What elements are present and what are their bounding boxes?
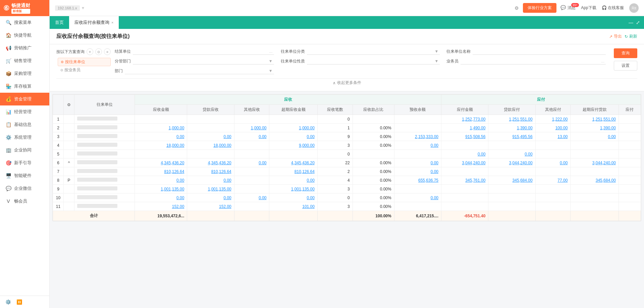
tab-close-icon[interactable]: × xyxy=(111,20,113,25)
tab-home[interactable]: 首页 xyxy=(50,16,69,29)
cell-贷款应收[interactable]: 4,345,436.20 xyxy=(187,159,234,167)
cell-超期应收金额[interactable]: 4,345,436.20 xyxy=(269,159,317,167)
cell-预收余额[interactable]: 0.00 xyxy=(394,193,441,202)
cell-贷款应收[interactable]: 18,000.00 xyxy=(187,141,234,150)
cell-应付金额[interactable]: 915,508.56 xyxy=(441,132,488,141)
sidebar-item-marketing[interactable]: 📢营销推广 xyxy=(0,42,49,54)
cell-预收余额[interactable]: 2,153,333.00 xyxy=(394,132,441,141)
settings-icon[interactable]: ⚙️ xyxy=(5,299,11,305)
cell-应收金额[interactable]: 1,001,135.00 xyxy=(135,185,187,193)
cell-应收金额[interactable]: 152.00 xyxy=(135,202,187,211)
cell-贷款应付[interactable]: 915,495.56 xyxy=(488,132,535,141)
wanglai-name-input[interactable] xyxy=(473,48,606,55)
cell-其他应收[interactable]: 0.00 xyxy=(234,132,269,141)
filter-dot-button[interactable]: ⊙ xyxy=(95,48,102,55)
cell-应收金额[interactable]: 810,126.64 xyxy=(135,167,187,176)
sidebar-label-finance: 资金管理 xyxy=(14,96,32,102)
sidebar-item-basic[interactable]: 📋基础信息 xyxy=(0,118,49,131)
cell-预收余额[interactable]: 0.00 xyxy=(394,159,441,167)
cell-贷款应付[interactable]: 3,044,240.00 xyxy=(488,159,535,167)
sidebar-item-hardware[interactable]: 🖥️智能硬件 xyxy=(0,169,49,182)
bumon-arrow[interactable]: ▼ xyxy=(269,69,273,73)
cell-贷款应收[interactable]: 0.00 xyxy=(187,176,234,185)
filter-nav-button[interactable]: « xyxy=(104,48,111,55)
cell-超期应付货款[interactable]: 345,684.00 xyxy=(571,176,619,185)
cell-超期应收金额[interactable]: 9,000.00 xyxy=(269,141,317,150)
collapse-button[interactable]: ∧ 收起更多条件 xyxy=(56,78,637,87)
sidebar-item-sales[interactable]: 🛒销售管理 xyxy=(0,54,49,67)
cell-应付金额[interactable]: 1,490.00 xyxy=(441,124,488,132)
cell-其他应付[interactable]: 1,222.00 xyxy=(535,115,571,124)
cell-贷款应付[interactable]: 345,684.00 xyxy=(488,176,535,185)
cell-贷款应收[interactable]: 0.00 xyxy=(187,132,234,141)
filter-option-salesperson[interactable]: ⊙ 按业务员 xyxy=(58,66,111,74)
cell-其他应收[interactable]: 0.00 xyxy=(234,159,269,167)
cell-应付金额[interactable]: 3,044,240.00 xyxy=(441,159,488,167)
refresh-button[interactable]: ↻ 刷新 xyxy=(625,34,637,39)
cell-超期应收金额[interactable]: 0.00 xyxy=(269,193,317,202)
cell-贷款应付[interactable]: 0.00 xyxy=(488,150,535,159)
cell-超期应收金额[interactable]: 101.00 xyxy=(269,202,317,211)
set-button[interactable]: 设置 xyxy=(614,61,637,71)
cell-其他应付[interactable]: 13.00 xyxy=(535,132,571,141)
sidebar-item-vip[interactable]: V畅会员 xyxy=(0,195,49,208)
sidebar-item-inventory[interactable]: 🏪库存核算 xyxy=(0,80,49,93)
tab-minimize-icon[interactable]: — xyxy=(629,20,633,25)
export-button[interactable]: ↗ 导出 xyxy=(609,34,622,39)
cell-超期应付货款[interactable]: 1,390.00 xyxy=(571,124,619,132)
sidebar-item-system[interactable]: ⚙️系统管理 xyxy=(0,131,49,144)
cell-应收金额[interactable]: 0.00 xyxy=(135,176,187,185)
sidebar-item-guide[interactable]: 🎯新手引导 xyxy=(0,157,49,169)
cell-超期应收金额[interactable]: 0.00 xyxy=(269,132,317,141)
sidebar-item-quicknav[interactable]: 🏠快捷导航 xyxy=(0,29,49,42)
cell-应收金额[interactable]: 0.00 xyxy=(135,132,187,141)
tab-maximize-icon[interactable]: ⤢ xyxy=(636,20,640,25)
cell-其他应付[interactable]: 0.00 xyxy=(535,159,571,167)
cell-预收余额[interactable]: 655,636.75 xyxy=(394,176,441,185)
cell-应付金额[interactable]: 1,252,773.00 xyxy=(441,115,488,124)
cell-贷款应收[interactable]: 1,001,135.00 xyxy=(187,185,234,193)
cell-其他应收[interactable]: 1,000.00 xyxy=(234,124,269,132)
sidebar-item-finance[interactable]: 💰资金管理 xyxy=(0,93,49,105)
col-settings[interactable]: ⚙ xyxy=(64,95,74,115)
cell-贷款应收[interactable]: 0.00 xyxy=(187,193,234,202)
cell-超期应收金额[interactable]: 0.00 xyxy=(269,176,317,185)
cell-超期应付货款[interactable]: 3,044,240.00 xyxy=(571,159,619,167)
cell-应付金额[interactable]: 0.00 xyxy=(441,150,488,159)
collapse-icon[interactable]: ⏸️ xyxy=(16,299,22,305)
cell-超期应收金额[interactable]: 1,000.00 xyxy=(269,124,317,132)
wanglai-fenlei-arrow[interactable]: ▼ xyxy=(434,49,438,54)
cell-贷款应收[interactable]: 152.00 xyxy=(187,202,234,211)
cell-贷款应收[interactable]: 810,126.64 xyxy=(187,167,234,176)
sidebar-item-search[interactable]: 🔍搜索菜单 xyxy=(0,16,49,29)
cell-其他应付[interactable]: 100.00 xyxy=(535,124,571,132)
cell-预收余额[interactable]: 0.00 xyxy=(394,141,441,150)
cell-超期应收金额[interactable]: 1,001,135.00 xyxy=(269,185,317,193)
cell-其他应收[interactable]: 0.00 xyxy=(234,193,269,202)
sidebar-item-corp[interactable]: 🏢企业协同 xyxy=(0,144,49,157)
cell-超期应收金额[interactable]: 810,126.64 xyxy=(269,167,317,176)
cell-预收余额[interactable]: 0.00 xyxy=(394,167,441,176)
cell-超期应付货款[interactable]: 1,251,551.00 xyxy=(571,115,619,124)
jiesuan-input[interactable] xyxy=(133,48,274,55)
cell-超期应付货款[interactable]: 0.00 xyxy=(571,132,619,141)
cell-应收金额[interactable]: 0.00 xyxy=(135,193,187,202)
wanglai-nature-arrow[interactable]: ▼ xyxy=(434,59,438,63)
query-button[interactable]: 查询 xyxy=(614,48,637,58)
sidebar-item-purchase[interactable]: 📦采购管理 xyxy=(0,67,49,80)
cell-应收金额[interactable]: 4,345,436.20 xyxy=(135,159,187,167)
yewuyuan-input[interactable] xyxy=(461,58,606,64)
cell-贷款应付[interactable]: 1,251,551.00 xyxy=(488,115,535,124)
sidebar-item-operation[interactable]: 📊经营管理 xyxy=(0,105,49,118)
cell-应收金额[interactable]: 18,000.00 xyxy=(135,141,187,150)
tab-active[interactable]: 应收应付余额查询 × xyxy=(69,16,119,29)
sidebar-item-wechat[interactable]: 💬企业微信 xyxy=(0,182,49,195)
fenguanbumon-arrow[interactable]: ▼ xyxy=(269,59,273,63)
filter-option-partner[interactable]: ⚙ 按往来单位 xyxy=(58,58,111,66)
cell-预收余额 xyxy=(394,185,441,193)
filter-add-button[interactable]: ＋ xyxy=(87,48,93,55)
cell-应付金额[interactable]: 345,761.00 xyxy=(441,176,488,185)
cell-应收金额[interactable]: 1,000.00 xyxy=(135,124,187,132)
cell-其他应付[interactable]: 77.00 xyxy=(535,176,571,185)
cell-贷款应付[interactable]: 1,390.00 xyxy=(488,124,535,132)
